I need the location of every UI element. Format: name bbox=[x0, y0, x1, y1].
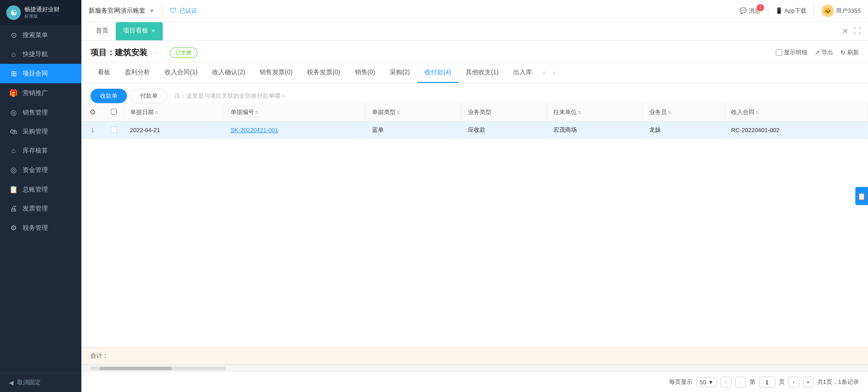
tab-home[interactable]: 首页 bbox=[89, 22, 116, 40]
sidebar-label-purchase: 采购管理 bbox=[23, 128, 48, 136]
total-pages-label: 共1页，1条记录 bbox=[817, 378, 859, 386]
sub-nav-income-contract[interactable]: 收入合同(1) bbox=[157, 63, 205, 83]
sort-salesperson-icon[interactable]: ⇅ bbox=[668, 110, 671, 115]
sidebar-logo: ☯ 畅捷通好业财 标准版 bbox=[0, 0, 81, 25]
sort-type-icon[interactable]: ⇅ bbox=[396, 110, 400, 115]
sidebar-unfix-button[interactable]: ◀ 取消固定 bbox=[0, 373, 81, 392]
next-page-button[interactable]: › bbox=[788, 377, 799, 387]
sales-icon: ◎ bbox=[9, 108, 18, 117]
cell-date: 2022-04-21 bbox=[123, 121, 224, 139]
project-status-badge: 已生效 bbox=[170, 48, 198, 58]
tab-close-icon[interactable]: ✕ bbox=[151, 28, 156, 34]
horizontal-scrollbar[interactable] bbox=[90, 367, 226, 370]
cell-salesperson: 龙妹 bbox=[642, 121, 725, 139]
per-page-select[interactable]: 50 ▼ bbox=[696, 378, 717, 387]
sub-nav-next-arrow[interactable]: › bbox=[549, 69, 558, 77]
sort-number-icon[interactable]: ⇅ bbox=[255, 110, 259, 115]
cell-number[interactable]: SK-20220421-001 bbox=[224, 121, 365, 139]
topbar-divider-v2 bbox=[814, 5, 814, 16]
col-date: 单据日期⇅ bbox=[123, 103, 224, 121]
cell-partner: 宏茂商场 bbox=[547, 121, 642, 139]
row-checkbox[interactable] bbox=[111, 127, 117, 133]
current-page-input[interactable] bbox=[759, 377, 775, 387]
workspace-dropdown-icon[interactable]: ▼ bbox=[149, 8, 155, 14]
refresh-button[interactable]: ↻ 刷新 bbox=[840, 48, 859, 57]
logo-sub: 标准版 bbox=[24, 13, 60, 19]
export-icon: ↗ bbox=[815, 49, 820, 56]
project-icon: ⊞ bbox=[9, 69, 18, 78]
invoice-icon: 🖨 bbox=[9, 205, 18, 213]
pagination: 每页显示 50 ▼ « ‹ 第 页 › » 共1页，1条记录 bbox=[81, 372, 868, 392]
sub-nav-tax-invoice[interactable]: 税务发票(0) bbox=[300, 63, 347, 83]
tab-shoukuan[interactable]: 收款单 bbox=[90, 89, 127, 103]
sub-nav-inout[interactable]: 出入库 bbox=[506, 63, 539, 83]
cell-checkbox bbox=[104, 121, 123, 139]
first-page-button[interactable]: « bbox=[721, 377, 731, 387]
project-more-button[interactable]: ··· bbox=[155, 49, 162, 56]
tab-fukuan[interactable]: 付款单 bbox=[131, 89, 167, 103]
last-page-button[interactable]: » bbox=[803, 377, 814, 387]
content-tab-note: 注：这里是与项目关联的全部收付款单哦～ bbox=[171, 89, 290, 103]
float-panel-icon[interactable]: 📋 bbox=[855, 187, 868, 205]
message-button[interactable]: 💬 消息 1 bbox=[740, 7, 760, 15]
sidebar-item-sales[interactable]: ◎ 销售管理 bbox=[0, 103, 81, 122]
table-settings-icon[interactable]: ⚙ bbox=[90, 108, 96, 116]
user-menu[interactable]: 🐱 用户3355 bbox=[821, 5, 861, 17]
scroll-thumb bbox=[99, 367, 172, 370]
sidebar-item-inventory[interactable]: ⌂ 库存核算 bbox=[0, 141, 81, 160]
sidebar-item-purchase[interactable]: 🛍 采购管理 bbox=[0, 122, 81, 141]
sidebar-label-quicknav: 快捷导航 bbox=[23, 50, 48, 58]
certified-badge: 🛡 已认证 bbox=[170, 7, 197, 15]
sub-nav-kanban[interactable]: 看板 bbox=[90, 63, 118, 83]
sub-nav-sales-invoice[interactable]: 销售发票(0) bbox=[252, 63, 300, 83]
main-area: 新服务官网演示账套 ▼ 🛡 已认证 💬 消息 1 📱 App下载 🐱 用户3 bbox=[81, 0, 868, 392]
doc-number-link[interactable]: SK-20220421-001 bbox=[231, 127, 278, 134]
scroll-bar-row bbox=[81, 364, 868, 372]
sub-nav-sales[interactable]: 销售(0) bbox=[348, 63, 382, 83]
cell-income-contract: RC-20220401-002 bbox=[725, 121, 868, 139]
table-row: 1 2022-04-21 SK-20220421-001 蓝单 应收款 宏茂商场… bbox=[81, 121, 868, 139]
sidebar-item-tax[interactable]: ⚙ 税务管理 bbox=[0, 218, 81, 238]
cell-seq: 1 bbox=[81, 121, 104, 139]
col-type: 单据类型⇅ bbox=[366, 103, 462, 121]
topbar-divider-v1 bbox=[768, 5, 768, 16]
sort-contract-icon[interactable]: ⇅ bbox=[755, 110, 759, 115]
sidebar-item-project[interactable]: ⊞ 项目合同 bbox=[0, 64, 81, 83]
sidebar-item-search[interactable]: ⊙ 搜索菜单 bbox=[0, 25, 81, 45]
show-detail-toggle[interactable]: 显示明细 bbox=[776, 48, 807, 57]
prev-page-button[interactable]: ‹ bbox=[735, 377, 746, 387]
sidebar-item-invoice[interactable]: 🖨 发票管理 bbox=[0, 199, 81, 218]
sort-date-icon[interactable]: ⇅ bbox=[155, 110, 158, 115]
project-actions: 显示明细 ↗ 导出 ↻ 刷新 bbox=[776, 48, 859, 57]
sub-nav-profit[interactable]: 盈利分析 bbox=[118, 63, 157, 83]
sub-nav-prev-arrow[interactable]: ‹ bbox=[539, 69, 549, 77]
per-page-label: 每页显示 bbox=[669, 378, 693, 386]
col-settings: ⚙ bbox=[81, 103, 104, 121]
logo-name: 畅捷通好业财 bbox=[24, 6, 60, 14]
select-all-checkbox[interactable] bbox=[111, 109, 117, 115]
close-window-icon[interactable]: ✕ bbox=[842, 27, 848, 35]
shield-icon: 🛡 bbox=[170, 7, 177, 15]
sidebar-scroll: ⊙ 搜索菜单 ⌂ 快捷导航 ⊞ 项目合同 🎁 营销推广 ◎ 销售管理 🛍 采购管… bbox=[0, 25, 81, 373]
tab-kanban-label: 项目看板 bbox=[123, 27, 148, 35]
sub-nav-receipt[interactable]: 收付款(4) bbox=[417, 63, 458, 83]
maximize-window-icon[interactable]: ⛶ bbox=[854, 27, 861, 35]
sub-nav-purchase[interactable]: 采购(2) bbox=[382, 63, 417, 83]
marketing-icon: 🎁 bbox=[9, 89, 18, 97]
export-button[interactable]: ↗ 导出 bbox=[815, 48, 833, 57]
col-partner: 往来单位⇅ bbox=[547, 103, 642, 121]
sidebar-item-marketing[interactable]: 🎁 营销推广 bbox=[0, 83, 81, 103]
sub-nav-income-confirm[interactable]: 收入确认(2) bbox=[205, 63, 252, 83]
appdownload-button[interactable]: 📱 App下载 bbox=[775, 7, 807, 15]
tab-kanban[interactable]: 项目看板 ✕ bbox=[116, 22, 163, 40]
sort-partner-icon[interactable]: ⇅ bbox=[578, 110, 581, 115]
logo-icon: ☯ bbox=[6, 5, 21, 20]
col-biz-type: 业务类型 bbox=[462, 103, 547, 121]
home-icon: ⌂ bbox=[9, 50, 18, 58]
sidebar-item-ledger[interactable]: 📋 总账管理 bbox=[0, 180, 81, 199]
sub-nav-other-expense[interactable]: 其他收支(1) bbox=[458, 63, 506, 83]
col-salesperson: 业务员⇅ bbox=[642, 103, 725, 121]
cell-type: 蓝单 bbox=[366, 121, 462, 139]
sidebar-item-finance[interactable]: ◎ 资金管理 bbox=[0, 160, 81, 180]
sidebar-item-quicknav[interactable]: ⌂ 快捷导航 bbox=[0, 45, 81, 64]
